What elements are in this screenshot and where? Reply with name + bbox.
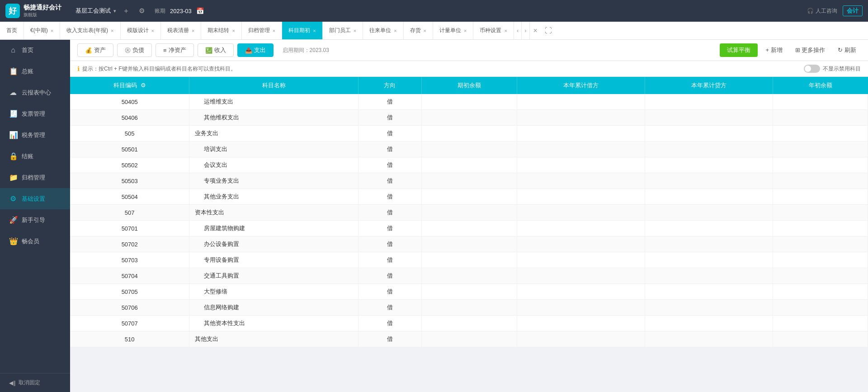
cell-year-balance bbox=[773, 268, 868, 284]
support-label: 人工咨询 bbox=[816, 7, 837, 15]
tab-currency-close[interactable]: × bbox=[504, 28, 507, 33]
company-area: 基层工会测试 ▾ ＋ ⚙ 账期 2023-03 📅 bbox=[75, 6, 807, 16]
calendar-icon[interactable]: 📅 bbox=[196, 7, 204, 14]
tab-unit[interactable]: 计量单位 × bbox=[433, 22, 473, 39]
tab-yearend-close[interactable]: × bbox=[232, 28, 235, 33]
sidebar-item-tax[interactable]: 📊 税务管理 bbox=[0, 124, 70, 146]
tab-period-close[interactable]: × bbox=[51, 28, 53, 33]
cell-direction: 借 bbox=[358, 94, 421, 110]
cell-year-credit bbox=[645, 189, 773, 205]
tab-department-close[interactable]: × bbox=[354, 28, 356, 33]
cell-year-balance bbox=[773, 284, 868, 300]
tab-period[interactable]: €(中期) × bbox=[24, 22, 60, 39]
cell-year-balance bbox=[773, 300, 868, 316]
tab-income-report-close[interactable]: × bbox=[111, 28, 113, 33]
cell-period-balance bbox=[421, 236, 517, 252]
sidebar-collapse-button[interactable]: ◀‖ 取消固定 bbox=[0, 373, 70, 392]
cell-period-balance bbox=[421, 142, 517, 157]
tab-contacts[interactable]: 往来单位 × bbox=[363, 22, 403, 39]
refresh-button[interactable]: ↻ 刷新 bbox=[833, 44, 861, 57]
cell-direction: 借 bbox=[358, 110, 421, 126]
table-row[interactable]: 50704交通工具购置借 bbox=[70, 268, 868, 284]
tab-archive[interactable]: 归档管理 × bbox=[242, 22, 282, 39]
closing-icon: 🔒 bbox=[9, 152, 17, 161]
sidebar-item-archive[interactable]: 📁 归档管理 bbox=[0, 167, 70, 188]
table-row[interactable]: 50706信息网络购建借 bbox=[70, 300, 868, 316]
cell-year-credit bbox=[645, 316, 773, 331]
table-row[interactable]: 50502会议支出借 bbox=[70, 157, 868, 173]
tab-template[interactable]: 模版设计 × bbox=[121, 22, 161, 39]
company-dropdown-icon[interactable]: ▾ bbox=[113, 8, 116, 14]
table-row[interactable]: 50504其他业务支出借 bbox=[70, 189, 868, 205]
tab-archive-close[interactable]: × bbox=[273, 28, 275, 33]
cell-year-credit bbox=[645, 142, 773, 157]
support-button[interactable]: 🎧 人工咨询 bbox=[807, 7, 837, 15]
settings-icon[interactable]: ⚙ bbox=[139, 7, 145, 15]
cell-year-balance bbox=[773, 205, 868, 221]
cell-name: 会议支出 bbox=[189, 157, 358, 173]
tab-close-all-button[interactable]: × bbox=[530, 22, 541, 39]
table-row[interactable]: 50405运维维支出借 bbox=[70, 94, 868, 110]
col-settings-icon[interactable]: ⚙ bbox=[141, 82, 146, 89]
tab-nav-prev[interactable]: ‹ bbox=[514, 22, 522, 39]
cell-code: 50501 bbox=[70, 142, 189, 157]
tab-nav-next[interactable]: › bbox=[522, 22, 529, 39]
sidebar-item-closing[interactable]: 🔒 结账 bbox=[0, 146, 70, 167]
tab-unit-close[interactable]: × bbox=[464, 28, 467, 33]
tab-income-report[interactable]: 收入支出表(年报) × bbox=[60, 22, 120, 39]
cell-year-debit bbox=[517, 94, 645, 110]
tab-currency[interactable]: 币种设置 × bbox=[473, 22, 514, 39]
tab-inventory-close[interactable]: × bbox=[424, 28, 426, 33]
subtab-liability[interactable]: ㊋ 负债 bbox=[117, 43, 152, 57]
sidebar-item-ledger[interactable]: 📋 总账 bbox=[0, 61, 70, 82]
cell-direction: 借 bbox=[358, 189, 421, 205]
tab-subject-init-close[interactable]: × bbox=[313, 28, 316, 33]
table-row[interactable]: 50501培训支出借 bbox=[70, 142, 868, 157]
sidebar-item-basic[interactable]: ⚙ 基础设置 bbox=[0, 188, 70, 209]
sidebar-item-member[interactable]: 👑 畅会员 bbox=[0, 231, 70, 252]
tab-home[interactable]: 首页 bbox=[0, 22, 24, 39]
sidebar-item-invoice[interactable]: 🧾 发票管理 bbox=[0, 103, 70, 124]
tab-expand-button[interactable]: ⛶ bbox=[541, 22, 556, 39]
tab-template-close[interactable]: × bbox=[151, 28, 154, 33]
table-row[interactable]: 50701房屋建筑物购建借 bbox=[70, 221, 868, 236]
table-row[interactable]: 50503专项业务支出借 bbox=[70, 173, 868, 189]
table-row[interactable]: 50703专用设备购置借 bbox=[70, 252, 868, 268]
subtab-asset[interactable]: 💰 资产 bbox=[77, 43, 113, 57]
table-row[interactable]: 50406其他维权支出借 bbox=[70, 110, 868, 126]
add-button[interactable]: + 新增 bbox=[761, 44, 787, 57]
user-role-badge[interactable]: 会计 bbox=[843, 5, 863, 16]
subtab-net-asset[interactable]: ≡ 净资产 bbox=[156, 43, 194, 57]
tab-department[interactable]: 部门员工 × bbox=[323, 22, 363, 39]
sidebar-item-cloud-report[interactable]: ☁ 云报表中心 bbox=[0, 82, 70, 103]
cell-year-credit bbox=[645, 94, 773, 110]
table-row[interactable]: 50707其他资本性支出借 bbox=[70, 316, 868, 331]
more-actions-button[interactable]: ⊞ 更多操作 bbox=[791, 44, 830, 57]
collapse-arrow-icon: ◀‖ bbox=[9, 380, 16, 386]
table-row[interactable]: 510其他支出借 bbox=[70, 331, 868, 347]
table-row[interactable]: 505业务支出借 bbox=[70, 126, 868, 142]
tab-period-label: €(中期) bbox=[30, 27, 48, 34]
cell-year-balance bbox=[773, 221, 868, 236]
tab-taxclear-close[interactable]: × bbox=[192, 28, 194, 33]
cell-period-balance bbox=[421, 157, 517, 173]
disabled-toggle[interactable] bbox=[804, 65, 820, 73]
sidebar-item-home[interactable]: ⌂ 首页 bbox=[0, 40, 70, 61]
table-row[interactable]: 50705大型修缮借 bbox=[70, 284, 868, 300]
tab-contacts-close[interactable]: × bbox=[394, 28, 396, 33]
tab-inventory[interactable]: 存货 × bbox=[404, 22, 433, 39]
logo-icon: 好 bbox=[5, 4, 20, 18]
subtab-expense[interactable]: 📤 支出 bbox=[237, 43, 274, 57]
balance-button[interactable]: 试算平衡 bbox=[720, 43, 758, 57]
table-row[interactable]: 50702办公设备购置借 bbox=[70, 236, 868, 252]
tab-subject-init[interactable]: 科目期初 × bbox=[282, 22, 322, 39]
subtab-income[interactable]: 💹 收入 bbox=[198, 43, 234, 57]
tab-taxclear[interactable]: 税表清册 × bbox=[161, 22, 201, 39]
add-company-button[interactable]: ＋ bbox=[123, 6, 130, 16]
sidebar-item-guide[interactable]: 🚀 新手引导 bbox=[0, 209, 70, 231]
cell-name: 其他支出 bbox=[189, 331, 358, 347]
tab-yearend[interactable]: 期末结转 × bbox=[201, 22, 241, 39]
subject-table: 科目编码 ⚙ 科目名称 方向 期初余额 本年累计借方 bbox=[70, 77, 868, 347]
table-row[interactable]: 507资本性支出借 bbox=[70, 205, 868, 221]
cell-period-balance bbox=[421, 221, 517, 236]
